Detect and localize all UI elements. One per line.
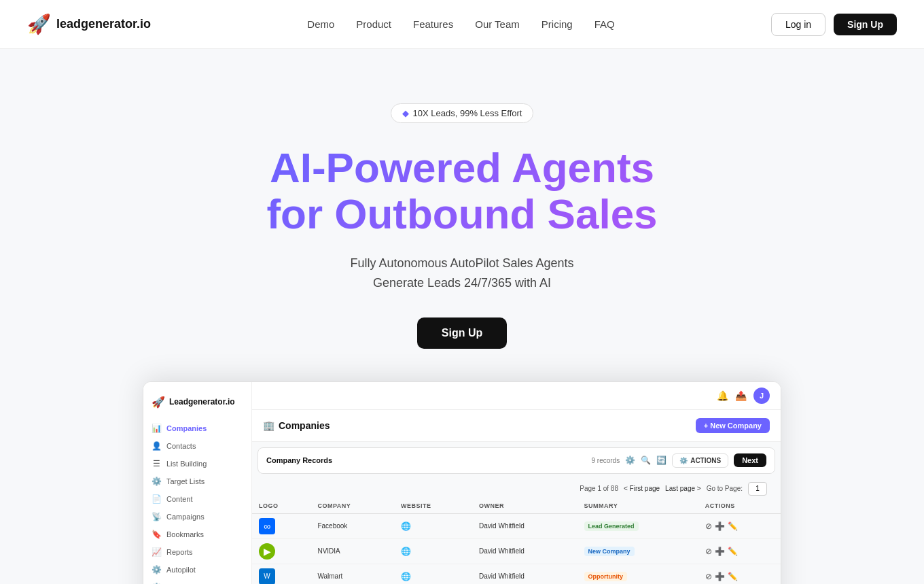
- nav-features[interactable]: Features: [413, 18, 453, 30]
- pagination-bar: Page 1 of 88 < First page Last page > Go…: [252, 479, 781, 498]
- sidebar: 🚀 Leadgenerator.io 📊 Companies 👤 Contact…: [143, 382, 252, 584]
- records-label: Company Records: [266, 456, 586, 464]
- status-badge: New Company: [584, 547, 635, 556]
- cell-company: NVIDIA: [310, 538, 394, 564]
- page-input[interactable]: [748, 482, 767, 496]
- new-company-button[interactable]: + New Company: [696, 418, 770, 433]
- hero-section: ◆ 10X Leads, 99% Less Effort AI-Powered …: [0, 49, 924, 584]
- contacts-icon: 👤: [152, 441, 161, 451]
- table-row: ▶ NVIDIA 🌐 David Whitfield New Company ⊘…: [252, 538, 781, 564]
- bell-icon[interactable]: 🔔: [717, 390, 728, 401]
- sidebar-item-companies[interactable]: 📊 Companies: [143, 419, 251, 437]
- autopilot-icon: ⚙️: [152, 565, 161, 574]
- bookmarks-icon: 🔖: [152, 530, 161, 539]
- nav-our-team[interactable]: Our Team: [475, 18, 520, 30]
- sidebar-item-reports[interactable]: 📈 Reports: [143, 543, 251, 561]
- sidebar-item-contacts-label: Contacts: [166, 442, 196, 450]
- sidebar-item-content[interactable]: 📄 Content: [143, 490, 251, 508]
- cell-actions: ⊘ ➕ ✏️: [698, 513, 781, 538]
- sidebar-item-settings[interactable]: ⚙️ Settings: [143, 579, 251, 584]
- cell-company: Walmart: [310, 564, 394, 584]
- action-edit-icon[interactable]: ✏️: [728, 547, 738, 556]
- refresh-icon[interactable]: 🔄: [656, 456, 667, 465]
- cell-website[interactable]: 🌐: [394, 538, 472, 564]
- cell-logo: ▶: [252, 538, 310, 564]
- nav-faq[interactable]: FAQ: [594, 18, 615, 30]
- status-badge: Opportunity: [584, 572, 628, 581]
- avatar[interactable]: J: [753, 388, 770, 404]
- col-actions: ACTIONS: [698, 498, 781, 514]
- sidebar-item-autopilot-label: Autopilot: [166, 566, 196, 574]
- records-toolbar: Company Records 9 records ⚙️ 🔍 🔄 ⚙️ ACTI…: [257, 447, 775, 474]
- login-button[interactable]: Log in: [771, 13, 825, 36]
- nav-pricing[interactable]: Pricing: [541, 18, 573, 30]
- action-view-icon[interactable]: ⊘: [705, 572, 712, 581]
- goto-label: Go to Page:: [707, 485, 743, 492]
- col-summary: SUMMARY: [578, 498, 698, 514]
- signup-button-hero[interactable]: Sign Up: [417, 317, 507, 349]
- companies-icon-header: 🏢: [263, 420, 274, 431]
- hero-title-line1: AI-Powered Agents: [270, 144, 654, 191]
- action-edit-icon[interactable]: ✏️: [728, 521, 738, 531]
- reports-icon: 📈: [152, 547, 161, 557]
- sidebar-item-target-lists[interactable]: ⚙️ Target Lists: [143, 473, 251, 490]
- col-company: COMPANY: [310, 498, 394, 514]
- companies-title: 🏢 Companies: [263, 420, 330, 431]
- hero-title: AI-Powered Agents for Outbound Sales: [266, 145, 657, 237]
- page-info: Page 1 of 88: [580, 485, 618, 492]
- action-view-icon[interactable]: ⊘: [705, 521, 712, 531]
- nav-product[interactable]: Product: [356, 18, 391, 30]
- records-count: 9 records: [591, 457, 620, 464]
- sidebar-item-target-lists-label: Target Lists: [166, 477, 205, 485]
- filter-icon[interactable]: ⚙️: [625, 456, 635, 465]
- cell-logo: ∞: [252, 513, 310, 538]
- actions-icon: ⚙️: [679, 457, 688, 464]
- cell-website[interactable]: 🌐: [394, 564, 472, 584]
- nav-actions: Log in Sign Up: [771, 13, 897, 36]
- content-icon: 📄: [152, 494, 161, 504]
- action-edit-icon[interactable]: ✏️: [728, 572, 738, 581]
- action-add-icon[interactable]: ➕: [715, 521, 725, 531]
- cell-actions: ⊘ ➕ ✏️: [698, 564, 781, 584]
- nav-links: Demo Product Features Our Team Pricing F…: [307, 18, 614, 30]
- sidebar-logo: 🚀 Leadgenerator.io: [143, 390, 251, 419]
- globe-icon: 🌐: [401, 521, 411, 531]
- sidebar-item-campaigns-label: Campaigns: [166, 513, 205, 521]
- first-page-link[interactable]: < First page: [624, 485, 660, 492]
- hero-subtitle-line1: Fully Autonomous AutoPilot Sales Agents: [350, 256, 573, 270]
- sidebar-item-companies-label: Companies: [166, 424, 207, 432]
- col-owner: OWNER: [472, 498, 578, 514]
- cell-owner: David Whitfield: [472, 564, 578, 584]
- nav-demo[interactable]: Demo: [307, 18, 334, 30]
- sidebar-item-list-building[interactable]: ☰ List Building: [143, 455, 251, 473]
- hero-badge: ◆ 10X Leads, 99% Less Effort: [391, 103, 534, 123]
- search-icon[interactable]: 🔍: [641, 456, 651, 465]
- export-icon[interactable]: 📤: [735, 390, 747, 401]
- logo-icon: 🚀: [27, 13, 51, 35]
- sidebar-item-contacts[interactable]: 👤 Contacts: [143, 437, 251, 455]
- main-topbar: 🔔 📤 J: [252, 382, 781, 410]
- sidebar-item-reports-label: Reports: [166, 548, 193, 556]
- companies-icon: 📊: [152, 424, 161, 433]
- cell-logo: W: [252, 564, 310, 584]
- cell-summary: Lead Generated: [578, 513, 698, 538]
- next-button[interactable]: Next: [734, 453, 766, 467]
- main-content: 🔔 📤 J 🏢 Companies + New Company Company …: [252, 382, 781, 584]
- badge-text: 10X Leads, 99% Less Effort: [413, 108, 522, 118]
- last-page-link[interactable]: Last page >: [665, 485, 701, 492]
- badge-icon: ◆: [402, 108, 409, 118]
- sidebar-item-campaigns[interactable]: 📡 Campaigns: [143, 508, 251, 526]
- signup-button-nav[interactable]: Sign Up: [834, 14, 897, 35]
- cell-website[interactable]: 🌐: [394, 513, 472, 538]
- action-view-icon[interactable]: ⊘: [705, 547, 712, 556]
- action-add-icon[interactable]: ➕: [715, 547, 725, 556]
- action-add-icon[interactable]: ➕: [715, 572, 725, 581]
- table-row: ∞ Facebook 🌐 David Whitfield Lead Genera…: [252, 513, 781, 538]
- logo[interactable]: 🚀 leadgenerator.io: [27, 13, 151, 35]
- globe-icon: 🌐: [401, 572, 411, 581]
- sidebar-item-bookmarks[interactable]: 🔖 Bookmarks: [143, 526, 251, 543]
- actions-button[interactable]: ⚙️ ACTIONS: [672, 453, 728, 468]
- list-building-icon: ☰: [152, 459, 161, 468]
- companies-table: LOGO COMPANY WEBSITE OWNER SUMMARY ACTIO…: [252, 498, 781, 584]
- sidebar-item-autopilot[interactable]: ⚙️ Autopilot: [143, 561, 251, 579]
